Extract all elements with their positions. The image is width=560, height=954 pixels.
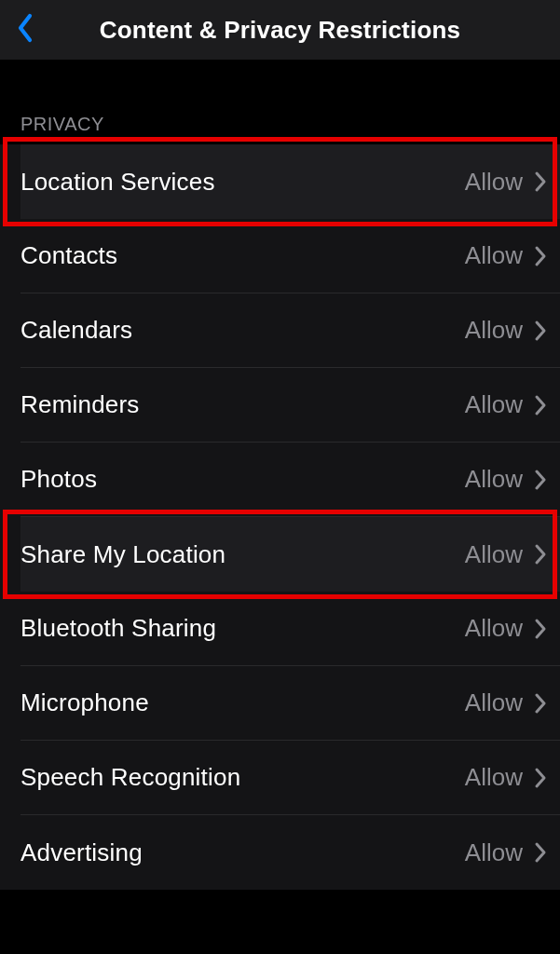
row-photos[interactable]: PhotosAllow [20,443,560,517]
highlight-location-services: Location ServicesAllow [0,144,560,219]
chevron-right-icon [534,692,547,715]
row-label: Microphone [20,688,465,717]
chevron-right-icon [534,469,547,491]
chevron-right-icon [534,543,547,566]
row-value: Allow [465,465,523,494]
row-value: Allow [465,838,523,867]
chevron-left-icon [17,12,35,48]
row-speech-recognition[interactable]: Speech RecognitionAllow [20,741,560,815]
row-bluetooth-sharing[interactable]: Bluetooth SharingAllow [20,592,560,666]
section-header-privacy: PRIVACY [0,114,560,144]
back-button[interactable] [6,0,47,60]
row-label: Share My Location [20,540,465,569]
row-calendars[interactable]: CalendarsAllow [20,293,560,368]
row-microphone[interactable]: MicrophoneAllow [20,666,560,741]
row-label: Reminders [20,390,465,419]
spacer [0,60,560,114]
row-label: Photos [20,465,465,494]
nav-header: Content & Privacy Restrictions [0,0,560,60]
row-label: Advertising [20,838,465,867]
row-reminders[interactable]: RemindersAllow [20,368,560,443]
row-value: Allow [465,168,523,197]
row-label: Contacts [20,241,465,270]
chevron-right-icon [534,394,547,416]
row-value: Allow [465,540,523,569]
chevron-right-icon [534,841,547,864]
row-value: Allow [465,763,523,792]
row-label: Speech Recognition [20,763,465,792]
chevron-right-icon [534,767,547,789]
row-advertising[interactable]: AdvertisingAllow [20,815,560,890]
row-label: Bluetooth Sharing [20,614,465,643]
row-share-my-location[interactable]: Share My LocationAllow [20,517,560,592]
row-location-services[interactable]: Location ServicesAllow [20,144,560,219]
chevron-right-icon [534,320,547,342]
row-contacts[interactable]: ContactsAllow [20,219,560,293]
chevron-right-icon [534,245,547,267]
chevron-right-icon [534,618,547,640]
chevron-right-icon [534,170,547,193]
highlight-share-my-location: Share My LocationAllow [0,517,560,592]
row-label: Location Services [20,168,465,197]
row-value: Allow [465,241,523,270]
row-value: Allow [465,316,523,345]
row-value: Allow [465,614,523,643]
row-value: Allow [465,688,523,717]
row-label: Calendars [20,316,465,345]
settings-list: Location ServicesAllowContactsAllowCalen… [0,144,560,890]
row-value: Allow [465,390,523,419]
page-title: Content & Privacy Restrictions [0,16,560,45]
